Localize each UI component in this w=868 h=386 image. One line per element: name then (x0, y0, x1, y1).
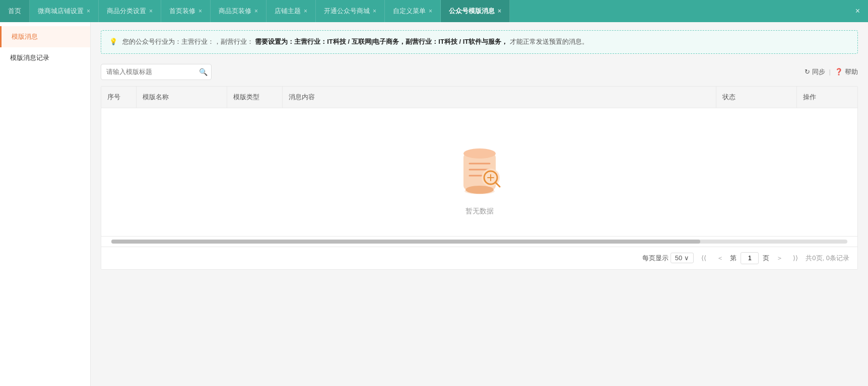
page-unit-label: 页 (763, 254, 769, 263)
empty-illustration (449, 138, 510, 199)
tab-store-theme[interactable]: 店铺主题 × (266, 0, 316, 22)
scrollbar-area (101, 236, 857, 247)
sidebar: 模版消息 模版消息记录 (0, 22, 91, 386)
toolbar-divider: | (829, 68, 831, 75)
help-button[interactable]: ❓ 帮助 (835, 67, 858, 76)
close-tab-store-theme[interactable]: × (304, 8, 307, 15)
tab-home-decor[interactable]: 首页装修 × (161, 0, 211, 22)
svg-point-3 (465, 186, 494, 194)
tab-custom-menu[interactable]: 自定义菜单 × (385, 0, 441, 22)
page-label: 第 (730, 254, 737, 263)
bulb-icon: 💡 (109, 38, 117, 45)
close-tab-custom-menu[interactable]: × (429, 8, 432, 15)
notice-highlight: 需要设置为：主营行业：IT科技 / 互联网|电子商务，副营行业：IT科技 / I… (255, 38, 508, 45)
page-number-input[interactable] (741, 252, 759, 264)
scrollbar-thumb (111, 240, 700, 244)
search-input-wrap: 🔍 (101, 64, 212, 80)
empty-state: 暂无数据 (101, 108, 857, 236)
table-wrap: 序号 模版名称 模版类型 消息内容 状态 操作 (101, 86, 858, 270)
page-prev-button[interactable]: ＜ (714, 252, 726, 264)
toolbar-right: ↻ 同步 | ❓ 帮助 (805, 67, 858, 76)
tab-category-settings[interactable]: 商品分类设置 × (99, 0, 161, 22)
tab-bar: 首页 微商城店铺设置 × 商品分类设置 × 首页装修 × 商品页装修 × 店铺主… (0, 0, 868, 22)
close-tab-mp-template-msg[interactable]: × (498, 8, 501, 15)
close-tab-category-settings[interactable]: × (149, 8, 153, 15)
page-size-dropdown[interactable]: 50 ∨ (671, 253, 694, 263)
notice-banner: 💡 您的公众号行业为：主营行业：，副营行业： 需要设置为：主营行业：IT科技 /… (101, 30, 858, 54)
search-input[interactable] (101, 64, 212, 80)
page-size-label: 每页显示 (642, 254, 669, 263)
page-last-button[interactable]: ⟩⟩ (789, 252, 802, 264)
sync-button[interactable]: ↻ 同步 (805, 67, 825, 76)
sync-icon: ↻ (805, 68, 810, 75)
search-icon[interactable]: 🔍 (199, 68, 208, 76)
tab-product-decor[interactable]: 商品页装修 × (211, 0, 266, 22)
close-tab-home-decor[interactable]: × (198, 8, 202, 15)
main-layout: 模版消息 模版消息记录 💡 您的公众号行业为：主营行业：，副营行业： 需要设置为… (0, 22, 868, 386)
page-size-select: 每页显示 50 ∨ (642, 253, 694, 263)
col-type: 模版类型 (227, 87, 283, 108)
tab-bar-close-all[interactable]: × (847, 7, 868, 16)
col-content: 消息内容 (283, 87, 716, 108)
close-tab-weshop-settings[interactable]: × (87, 8, 90, 15)
close-tab-product-decor[interactable]: × (254, 8, 258, 15)
sidebar-item-template-msg[interactable]: 模版消息 (0, 26, 90, 47)
search-bar: 🔍 ↻ 同步 | ❓ 帮助 (101, 64, 858, 80)
col-action: 操作 (797, 87, 857, 108)
page-size-value: 50 (675, 254, 682, 262)
tab-home[interactable]: 首页 (0, 0, 30, 22)
tab-open-mp-store[interactable]: 开通公众号商城 × (316, 0, 385, 22)
col-name: 模版名称 (137, 87, 227, 108)
table-header: 序号 模版名称 模版类型 消息内容 状态 操作 (101, 87, 857, 108)
page-next-button[interactable]: ＞ (773, 252, 785, 264)
sidebar-item-template-msg-record[interactable]: 模版消息记录 (0, 47, 90, 68)
col-status: 状态 (716, 87, 797, 108)
pagination: 每页显示 50 ∨ ⟨⟨ ＜ 第 页 ＞ ⟩⟩ 共0页, 0条记录 (101, 247, 857, 269)
pagination-total: 共0页, 0条记录 (806, 254, 849, 263)
empty-text: 暂无数据 (465, 207, 494, 216)
content-area: 💡 您的公众号行业为：主营行业：，副营行业： 需要设置为：主营行业：IT科技 /… (91, 22, 868, 386)
svg-point-2 (463, 148, 496, 159)
close-tab-open-mp-store[interactable]: × (373, 8, 376, 15)
help-icon: ❓ (835, 68, 843, 75)
tab-mp-template-msg[interactable]: 公众号模版消息 × (441, 0, 510, 22)
page-first-button[interactable]: ⟨⟨ (698, 252, 710, 264)
col-index: 序号 (101, 87, 137, 108)
scrollbar-track[interactable] (111, 240, 847, 244)
tab-weshop-settings[interactable]: 微商城店铺设置 × (30, 0, 99, 22)
chevron-down-icon: ∨ (684, 254, 689, 262)
